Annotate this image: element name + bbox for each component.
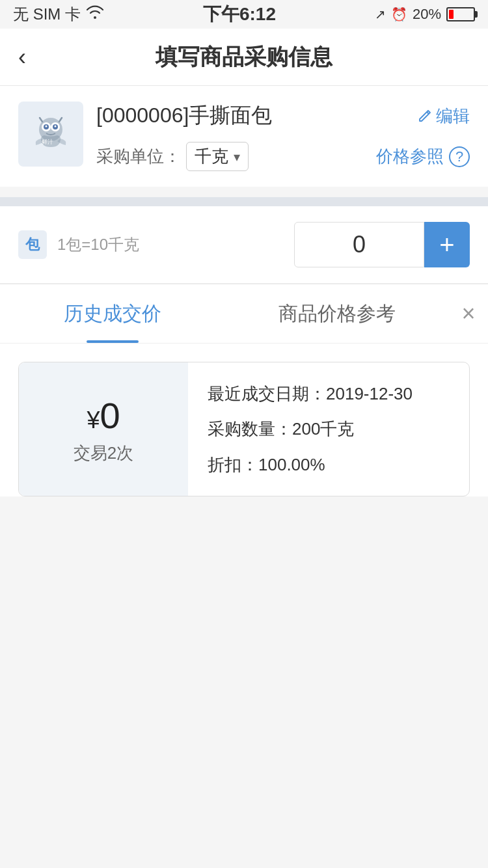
quantity-input-group: +: [294, 222, 470, 267]
unit-dropdown-arrow: ▾: [234, 149, 240, 165]
price-card-container: ¥0 交易2次 最近成交日期：2019-12-30 采购数量：200千克 折扣：…: [0, 344, 488, 496]
last-trade-date: 2019-12-30: [326, 384, 413, 403]
price-tabs: 历史成交价 商品价格参考 ×: [0, 284, 488, 344]
main-background: [0, 496, 488, 868]
svg-text:鲜汁: 鲜汁: [42, 139, 53, 145]
edit-button[interactable]: 编辑: [418, 105, 470, 128]
price-ref-label: 价格参照: [376, 145, 444, 168]
quantity-detail-label: 采购数量：: [208, 419, 292, 439]
unit-label-text: 采购单位：: [96, 145, 181, 168]
price-card: ¥0 交易2次 最近成交日期：2019-12-30 采购数量：200千克 折扣：…: [18, 362, 470, 496]
discount-value: 100.00%: [258, 455, 325, 474]
edit-icon: [418, 109, 432, 123]
unit-badge: 包: [18, 230, 47, 259]
status-left: 无 SIM 卡: [13, 4, 104, 25]
quantity-input[interactable]: [294, 222, 424, 267]
purchase-quantity-row: 采购数量：200千克: [208, 417, 450, 441]
price-ref-icon: ?: [449, 146, 470, 167]
last-trade-date-row: 最近成交日期：2019-12-30: [208, 382, 450, 405]
battery-percent: 20%: [413, 6, 441, 23]
price-yen-symbol: ¥: [87, 407, 100, 433]
battery-fill: [449, 10, 454, 19]
product-row: 鲜汁 [0000006]手撕面包 编辑 采购单位： 千克: [18, 102, 470, 171]
unit-row: 采购单位： 千克 ▾ 价格参照 ?: [96, 142, 470, 171]
product-name: [0000006]手撕面包: [96, 102, 272, 130]
section-divider: [0, 197, 488, 206]
status-bar: 无 SIM 卡 下午6:12 ↗ ⏰ 20%: [0, 0, 488, 29]
nav-bar: ‹ 填写商品采购信息: [0, 29, 488, 86]
discount-row: 折扣：100.00%: [208, 453, 450, 476]
status-time: 下午6:12: [203, 2, 276, 27]
close-icon: ×: [461, 300, 475, 327]
close-panel-button[interactable]: ×: [449, 284, 488, 343]
price-display: ¥0: [87, 394, 120, 437]
quantity-detail-value: 200千克: [292, 419, 354, 439]
tab-history-price[interactable]: 历史成交价: [0, 284, 224, 343]
carrier-text: 无 SIM 卡: [13, 4, 81, 25]
alarm-icon: ⏰: [391, 7, 407, 22]
unit-select[interactable]: 千克 ▾: [186, 142, 249, 171]
edit-label: 编辑: [436, 105, 470, 128]
price-panel: 历史成交价 商品价格参考 × ¥0 交易2次 最近成交日期：2019-12-30…: [0, 284, 488, 496]
trade-count: 交易2次: [74, 442, 133, 465]
back-button[interactable]: ‹: [18, 44, 26, 71]
status-right: ↗ ⏰ 20%: [375, 6, 475, 23]
tab-history-label: 历史成交价: [64, 301, 161, 327]
plus-button[interactable]: +: [424, 222, 470, 267]
battery-icon: [446, 7, 475, 21]
quantity-row: 包 1包=10千克 +: [0, 206, 488, 284]
product-section: 鲜汁 [0000006]手撕面包 编辑 采购单位： 千克: [0, 86, 488, 187]
product-name-row: [0000006]手撕面包 编辑: [96, 102, 470, 130]
tab-product-label: 商品价格参考: [278, 301, 396, 327]
wifi-icon: [86, 5, 104, 23]
location-icon: ↗: [375, 7, 386, 22]
page-title: 填写商品采购信息: [156, 42, 332, 72]
unit-conversion: 1包=10千克: [57, 234, 139, 255]
product-thumbnail: 鲜汁: [18, 102, 83, 167]
quantity-unit-info: 包 1包=10千克: [18, 230, 139, 259]
price-number: 0: [100, 395, 120, 436]
price-ref-button[interactable]: 价格参照 ?: [376, 145, 470, 168]
product-info: [0000006]手撕面包 编辑 采购单位： 千克 ▾: [96, 102, 470, 171]
tab-product-price[interactable]: 商品价格参考: [224, 284, 449, 343]
price-left-panel: ¥0 交易2次: [19, 362, 188, 496]
svg-point-6: [55, 126, 57, 128]
price-right-panel: 最近成交日期：2019-12-30 采购数量：200千克 折扣：100.00%: [188, 362, 469, 496]
unit-value: 千克: [195, 145, 228, 168]
last-trade-label: 最近成交日期：: [208, 384, 326, 403]
svg-point-5: [46, 126, 47, 128]
discount-label: 折扣：: [208, 455, 258, 474]
quantity-section: 包 1包=10千克 +: [0, 206, 488, 284]
